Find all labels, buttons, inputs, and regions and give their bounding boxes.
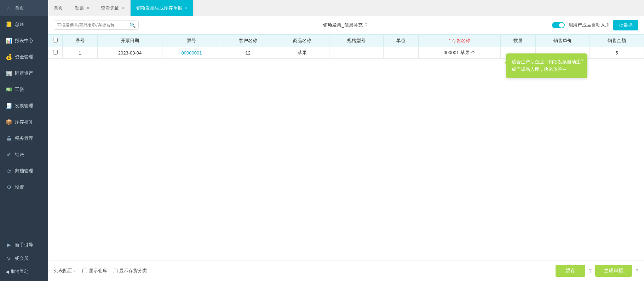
show-category-checkbox[interactable] xyxy=(113,269,117,273)
save-button[interactable]: 暂存 xyxy=(556,265,585,277)
auto-warehouse-toggle[interactable] xyxy=(552,22,565,28)
cell-seq: 1 xyxy=(63,47,98,59)
show-warehouse-checkbox[interactable] xyxy=(82,269,87,273)
sidebar-item-tax[interactable]: 🏛 税务管理 xyxy=(0,130,48,147)
toggle-label: 启用产成品自动入库 xyxy=(568,22,610,28)
th-seq: 序号 xyxy=(63,35,98,47)
sidebar-item-label: 首页 xyxy=(15,5,24,11)
main-area: 首页 发票 × 查看凭证 × 销项发票生成库存单据 × 🔍 销项发票_信息补充 … xyxy=(48,0,644,281)
sidebar-item-fixed-assets[interactable]: 🏢 固定资产 xyxy=(0,65,48,81)
invoice-mgmt-icon: 🧾 xyxy=(6,103,12,109)
generate-help-icon[interactable]: ? xyxy=(636,268,638,274)
bottom-actions: 暂存 ? 生成单据 ? xyxy=(556,265,638,277)
bottom-bar: 列表配置： 显示仓库 显示存货分类 暂存 ? 生成单据 ? xyxy=(48,260,644,281)
select-all-checkbox[interactable] xyxy=(53,38,58,42)
tab-invoice-label: 发票 xyxy=(75,5,84,11)
list-config-label: 列表配置： xyxy=(54,268,77,274)
toolbar-right: 启用产成品自动入库 批量操 xyxy=(552,20,638,30)
sidebar-bottom: ▶ 新手引导 V 畅会员 ◀ 取消固定 xyxy=(0,235,48,281)
cell-product: 苹果 xyxy=(275,47,329,59)
sidebar: ⌂ 首页 📒 总账 📊 报表中心 💰 资金管理 🏢 固定资产 💵 工资 🧾 发票… xyxy=(0,0,48,281)
save-help-icon[interactable]: ? xyxy=(589,268,592,274)
sidebar-item-reports[interactable]: 📊 报表中心 xyxy=(0,33,48,49)
show-warehouse-label: 显示仓库 xyxy=(89,268,107,274)
funds-icon: 💰 xyxy=(6,54,12,60)
tab-cancel-invoice-label: 销项发票生成库存单据 xyxy=(136,5,182,11)
info-label: 销项发票_信息补充 xyxy=(323,22,362,28)
reports-icon: 📊 xyxy=(6,38,12,44)
th-unit: 单位 xyxy=(384,35,419,47)
sidebar-item-label: 发票管理 xyxy=(15,103,33,109)
sidebar-item-label: 归档管理 xyxy=(15,168,33,174)
cell-amount: 5 xyxy=(590,47,644,59)
cell-customer: 12 xyxy=(221,47,275,59)
tab-invoice[interactable]: 发票 × xyxy=(69,0,95,16)
search-box[interactable]: 🔍 xyxy=(54,21,139,30)
sidebar-item-vip[interactable]: V 畅会员 xyxy=(0,252,48,265)
sidebar-item-home[interactable]: ⌂ 首页 xyxy=(0,0,48,16)
batch-button[interactable]: 批量操 xyxy=(613,20,638,30)
sidebar-item-label: 报表中心 xyxy=(15,38,33,44)
toolbar-middle: 销项发票_信息补充 ? xyxy=(143,22,548,28)
th-checkbox[interactable] xyxy=(48,35,63,47)
tab-cancel-invoice-close[interactable]: × xyxy=(185,6,188,11)
sidebar-item-settings[interactable]: ⚙ 设置 xyxy=(0,179,48,195)
th-invoice-no: 票号 xyxy=(162,35,221,47)
show-category-label: 显示存货分类 xyxy=(119,268,147,274)
th-qty: 数量 xyxy=(500,35,535,47)
tab-cancel-invoice[interactable]: 销项发票生成库存单据 × xyxy=(131,0,194,16)
cell-date: 2023-03-04 xyxy=(97,47,162,59)
tooltip-box: × 适合生产型企业，销项发票自动生成产成品入库，快来体验～ xyxy=(506,53,587,78)
unfix-icon: ◀ xyxy=(6,269,9,274)
home-icon: ⌂ xyxy=(6,5,12,11)
sidebar-item-label: 税务管理 xyxy=(15,135,33,142)
archive-icon: 🗂 xyxy=(6,168,12,174)
th-amount: 销售金额 xyxy=(590,35,644,47)
sidebar-item-settle[interactable]: ✔ 结账 xyxy=(0,147,48,163)
th-inventory: * 存货名称 xyxy=(418,35,500,47)
th-customer: 客户名称 xyxy=(221,35,275,47)
tooltip-text: 适合生产型企业，销项发票自动生成产成品入库，快来体验～ xyxy=(512,59,581,72)
show-warehouse-item[interactable]: 显示仓库 xyxy=(82,268,107,274)
settle-icon: ✔ xyxy=(6,151,12,158)
sidebar-item-wages[interactable]: 💵 工资 xyxy=(0,81,48,98)
unfix-label: 取消固定 xyxy=(11,269,28,275)
cell-unit xyxy=(384,47,419,59)
sidebar-item-invoice-mgmt[interactable]: 🧾 发票管理 xyxy=(0,98,48,114)
sidebar-item-label: 设置 xyxy=(15,184,24,190)
sidebar-item-label: 结账 xyxy=(15,151,24,158)
cell-invoice-no[interactable]: 00000001 xyxy=(162,47,221,59)
sidebar-item-label: 固定资产 xyxy=(15,70,33,76)
sidebar-item-label: 资金管理 xyxy=(15,54,33,60)
tab-home[interactable]: 首页 xyxy=(48,0,69,16)
generate-button[interactable]: 生成单据 xyxy=(595,265,632,277)
tab-invoice-close[interactable]: × xyxy=(87,6,89,11)
tooltip-close-icon[interactable]: × xyxy=(581,56,584,64)
tab-view-voucher-close[interactable]: × xyxy=(122,6,125,11)
sidebar-item-guide[interactable]: ▶ 新手引导 xyxy=(0,238,48,252)
cell-checkbox[interactable] xyxy=(48,47,63,59)
sidebar-item-inventory[interactable]: 📦 库存核算 xyxy=(0,114,48,130)
sidebar-item-label: 工资 xyxy=(15,86,24,93)
fixed-assets-icon: 🏢 xyxy=(6,70,12,76)
th-date: 开票日期 xyxy=(97,35,162,47)
help-icon[interactable]: ? xyxy=(365,22,368,28)
wages-icon: 💵 xyxy=(6,86,12,93)
cell-spec xyxy=(329,47,384,59)
sidebar-item-label: 畅会员 xyxy=(15,255,29,262)
row-checkbox[interactable] xyxy=(53,50,58,55)
sidebar-item-funds[interactable]: 💰 资金管理 xyxy=(0,49,48,65)
sidebar-item-archive[interactable]: 🗂 归档管理 xyxy=(0,163,48,179)
sidebar-unfix-button[interactable]: ◀ 取消固定 xyxy=(0,265,48,278)
sidebar-item-label: 总账 xyxy=(15,21,24,28)
sidebar-item-label: 库存核算 xyxy=(15,119,33,125)
show-category-item[interactable]: 显示存货分类 xyxy=(113,268,147,274)
inventory-icon: 📦 xyxy=(6,119,12,125)
th-product: 商品名称 xyxy=(275,35,329,47)
tab-view-voucher[interactable]: 查看凭证 × xyxy=(95,0,131,16)
table-header-row: 序号 开票日期 票号 客户名称 商品名称 规格型号 单位 * 存货名称 数量 销… xyxy=(48,35,644,47)
tab-view-voucher-label: 查看凭证 xyxy=(101,5,119,11)
content-area: 🔍 销项发票_信息补充 ? 启用产成品自动入库 批量操 × 适合生产型企业，销项… xyxy=(48,16,644,281)
sidebar-item-ledger[interactable]: 📒 总账 xyxy=(0,16,48,33)
search-input[interactable] xyxy=(57,23,127,28)
